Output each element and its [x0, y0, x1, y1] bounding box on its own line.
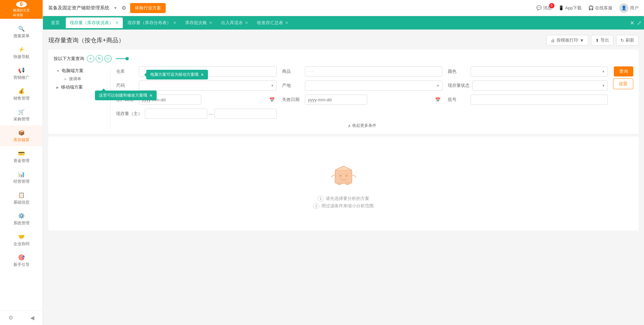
- origin-select-wrap[interactable]: ▼: [305, 80, 442, 91]
- tab-batch-account[interactable]: 库存批次账 ✕: [181, 17, 216, 28]
- sidebar-item-sales-label: 销售管理: [13, 96, 30, 101]
- sidebar-item-finance[interactable]: 💳 资金管理: [0, 146, 43, 167]
- sub-scheme-group: ▶ 接调单: [54, 75, 106, 83]
- collapse-bar[interactable]: ∧ 收起更多条件: [116, 123, 608, 128]
- reset-btn[interactable]: 设置: [613, 78, 633, 89]
- tab-inout-flow-label: 出入库流水: [221, 20, 243, 26]
- batch-label: 批号: [448, 97, 468, 103]
- collapse-up-icon: ∧: [348, 123, 351, 128]
- tab-home[interactable]: 首页: [46, 17, 65, 28]
- scheme-mobile-label: 移动端方案: [61, 84, 83, 90]
- top-header-right: 💬 消息 6 📱 App下载 🎧 在线客服 👤 用户: [536, 3, 639, 13]
- sidebar-item-inventory[interactable]: 📦 库存核算: [0, 125, 43, 146]
- edit-scheme-btn[interactable]: ✎: [96, 55, 103, 62]
- sales-nav-icon: 💰: [18, 87, 25, 95]
- quick-nav-icon: ⚡: [18, 46, 25, 53]
- filter-icons: + ✎ ←: [87, 55, 112, 62]
- top-header-left: 装备及固定资产辅助管理系统 ▼ ⚙ 体验行业方案: [48, 3, 166, 13]
- refresh-icon: ↻: [621, 38, 624, 43]
- sidebar-item-enterprise[interactable]: 🤝 企业协同: [0, 229, 43, 250]
- sidebar-item-system-label: 系统管理: [13, 220, 30, 226]
- footer-collapse-icon[interactable]: ◀: [30, 315, 34, 321]
- sidebar-item-sales[interactable]: 💰 销售管理: [0, 84, 43, 105]
- step-1-num: 1: [318, 196, 324, 202]
- tab-inventory-status-close[interactable]: ✕: [115, 20, 119, 25]
- stock-main-max[interactable]: [214, 109, 277, 119]
- size-select[interactable]: [139, 80, 277, 91]
- sidebar-item-search[interactable]: 🔍 搜索菜单: [0, 21, 43, 42]
- sidebar-item-enterprise-label: 企业协同: [13, 241, 30, 247]
- system-title: 装备及固定资产辅助管理系统: [48, 5, 109, 11]
- batch-input[interactable]: [471, 95, 608, 105]
- tab-inventory-status[interactable]: 现存量（库存状况表） ✕: [66, 17, 123, 28]
- svg-rect-3: [338, 183, 341, 185]
- print-template-btn[interactable]: 🖨 按模板打印 ▼: [546, 35, 588, 46]
- goods-input-wrap[interactable]: ···: [305, 66, 442, 76]
- origin-select[interactable]: [305, 80, 442, 91]
- color-select[interactable]: [471, 66, 608, 76]
- fullscreen-icon[interactable]: ⤢: [637, 20, 641, 26]
- size-select-wrap[interactable]: ▼: [139, 80, 277, 91]
- expiry-date-input[interactable]: [305, 95, 367, 105]
- tooltip-1-close[interactable]: ✕: [201, 72, 204, 77]
- sidebar-item-system[interactable]: ⚙️ 系统管理: [0, 209, 43, 229]
- sidebar-item-operation[interactable]: 📊 经营管理: [0, 167, 43, 188]
- tab-receive-summary[interactable]: 收发存汇总表 ✕: [253, 17, 292, 28]
- tooltip-1-text: 电脑方案可设为移动方案哦: [150, 72, 199, 77]
- filter-row-goods: 商品 ···: [282, 66, 442, 76]
- system-title-arrow: ▼: [113, 6, 117, 10]
- color-select-wrap[interactable]: ▼: [471, 66, 608, 76]
- tab-inout-flow[interactable]: 出入库流水 ✕: [217, 17, 252, 28]
- message-icon: 💬: [536, 5, 542, 10]
- refresh-btn[interactable]: ↻ 刷新: [616, 35, 639, 46]
- sub-item-arrow: ▶: [64, 77, 67, 81]
- page-title-bar: 现存量查询（按仓库+商品） 🖨 按模板打印 ▼ ⬆ 导出 ↻ 刷新: [48, 35, 639, 46]
- step-1-text: 请先选择要分析的方案: [326, 196, 369, 202]
- app-download-label: App下载: [565, 5, 582, 11]
- stock-status-select[interactable]: [472, 80, 608, 91]
- step-2-text: 用过滤条件来缩小分析范围: [321, 203, 374, 209]
- tab-home-label: 首页: [51, 20, 60, 26]
- tooltip-2-close[interactable]: ✕: [149, 93, 153, 98]
- stock-status-select-wrap[interactable]: ▼: [472, 80, 608, 91]
- refresh-label: 刷新: [626, 37, 634, 43]
- filter-row-expiry-date: 失效日期 📅: [282, 95, 442, 105]
- expiry-date-calendar-icon: 📅: [435, 97, 440, 102]
- sidebar-item-marketing[interactable]: 📢 营销推广: [0, 63, 43, 84]
- footer-settings-icon[interactable]: ⚙: [8, 315, 13, 321]
- close-all-tabs-icon[interactable]: ✕: [630, 20, 634, 26]
- search-btns: 查询 设置: [613, 66, 633, 128]
- add-scheme-btn[interactable]: +: [87, 55, 94, 62]
- message-badge: 6: [549, 3, 554, 8]
- connector-dot: [125, 57, 129, 60]
- tab-inventory-dist-close[interactable]: ✕: [173, 20, 176, 25]
- empty-step-2: 2 用过滤条件来缩小分析范围: [313, 203, 374, 209]
- filter-row-batch: 批号: [448, 95, 608, 105]
- sidebar-item-quick[interactable]: ⚡ 快捷导航: [0, 42, 43, 63]
- sidebar-item-basic[interactable]: 📋 基础信息: [0, 188, 43, 209]
- online-service-action[interactable]: 🎧 在线客服: [588, 5, 612, 11]
- settings-icon[interactable]: ⚙: [121, 5, 126, 11]
- sub-scheme-item[interactable]: ▶ 接调单: [62, 75, 106, 83]
- arrow-scheme-btn[interactable]: ←: [104, 55, 112, 62]
- user-action[interactable]: 👤 用户: [619, 3, 639, 13]
- tab-inventory-dist[interactable]: 现存量（库存分布表） ✕: [123, 17, 180, 28]
- sidebar-item-guide[interactable]: 🎯 新手引导: [0, 250, 43, 271]
- scheme-desktop[interactable]: ▼ 电脑端方案: [54, 66, 106, 75]
- sidebar-logo: 6 畅通好生意标准版: [0, 0, 43, 19]
- tab-batch-account-close[interactable]: ✕: [209, 20, 212, 25]
- tab-inout-flow-close[interactable]: ✕: [245, 20, 248, 25]
- app-icon: 📱: [558, 5, 564, 10]
- tab-receive-summary-close[interactable]: ✕: [285, 20, 288, 25]
- sidebar-item-purchase[interactable]: 🛒 采购管理: [0, 105, 43, 125]
- stock-main-min[interactable]: [145, 109, 207, 119]
- industry-btn[interactable]: 体验行业方案: [130, 3, 166, 13]
- tab-bar-right: ✕ ⤢: [630, 20, 641, 26]
- purchase-nav-icon: 🛒: [18, 108, 25, 115]
- message-action[interactable]: 💬 消息 6: [536, 5, 552, 11]
- export-btn[interactable]: ⬆ 导出: [591, 35, 613, 46]
- search-btn[interactable]: 查询: [614, 66, 633, 76]
- empty-step-1: 1 请先选择要分析的方案: [318, 196, 369, 202]
- app-download-action[interactable]: 📱 App下载: [558, 5, 582, 11]
- sidebar-item-purchase-label: 采购管理: [13, 116, 30, 122]
